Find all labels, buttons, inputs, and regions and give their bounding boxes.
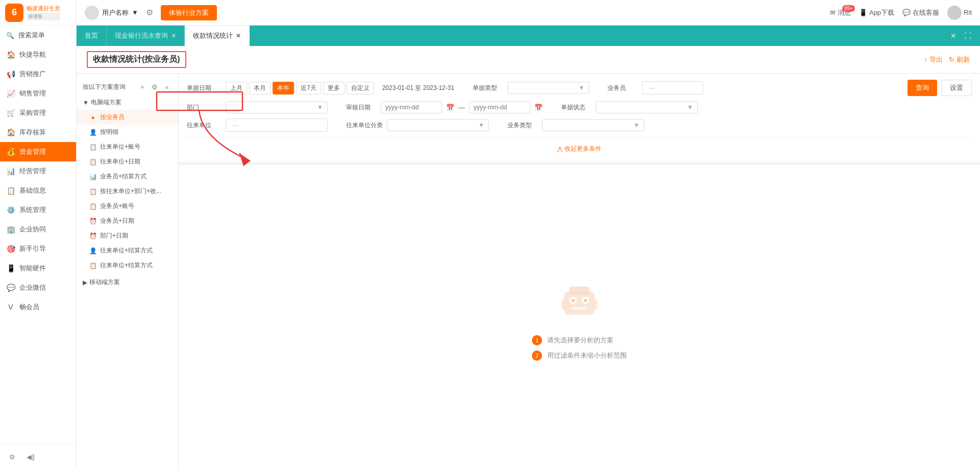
online-service-button[interactable]: 💬 在线客服	[902, 8, 939, 17]
date-btn-7days[interactable]: 近7天	[296, 82, 321, 95]
collapse-sidebar-button[interactable]: ◀∥	[23, 450, 38, 464]
panel-section-desktop-title[interactable]: ▼ 电脑端方案	[77, 95, 178, 110]
sidebar-item-purchase[interactable]: 🛒 采购管理	[0, 103, 76, 123]
panel-item-partner-settlement2[interactable]: 📋 往来单位+结算方式	[77, 258, 178, 273]
panel-item-partner-dept[interactable]: 📋 按往来单位+部门+收...	[77, 184, 178, 199]
filter-row-3: 往来单位 ··· 往来单位分类 ▼	[187, 119, 972, 132]
salesperson-select[interactable]: ···	[642, 81, 703, 95]
tab-close-all-button[interactable]: ✕	[947, 30, 960, 42]
sidebar-item-label: 智能硬件	[19, 264, 46, 273]
sidebar-item-label: 经营管理	[19, 167, 46, 176]
sidebar-item-system[interactable]: ⚙️ 系统管理	[0, 200, 76, 220]
sidebar-item-sales[interactable]: 📈 销售管理	[0, 84, 76, 103]
guide-icon: 🎯	[6, 244, 15, 253]
sidebar-item-enterprise[interactable]: 🏢 企业协同	[0, 220, 76, 239]
purchase-icon: 🛒	[6, 108, 15, 118]
item-label: 业务员+日期	[100, 217, 134, 225]
tab-bank[interactable]: 现金银行流水查询 ✕	[107, 26, 185, 46]
panel-item-partner-settlement1[interactable]: 👤 往来单位+结算方式	[77, 243, 178, 258]
content-wrapper: 按以下方案查询 + ⚙ « ▼ 电脑端方案 ● 按业务员	[77, 74, 980, 469]
dept-date-icon: ⏰	[89, 232, 97, 240]
sidebar-item-finance[interactable]: 💰 资金管理	[0, 142, 76, 161]
user-avatar	[85, 6, 99, 20]
partner-settlement1-icon: 👤	[89, 247, 97, 255]
sidebar-item-label: 营销推广	[19, 69, 46, 79]
item-label: 业务员+账号	[100, 202, 134, 210]
date-btn-custom[interactable]: 自定义	[347, 82, 374, 95]
panel-item-salesperson-date[interactable]: ⏰ 业务员+日期	[77, 214, 178, 228]
panel-item-partner-date[interactable]: 📋 往来单位+日期	[77, 154, 178, 169]
topbar-right: ✉ 消息 99+ 📱 App下载 💬 在线客服 Rit	[830, 6, 972, 20]
trial-button[interactable]: 体验行业方案	[161, 5, 217, 20]
tab-collection[interactable]: 收款情况统计 ✕	[185, 26, 250, 46]
sidebar-item-member[interactable]: V 畅会员	[0, 297, 76, 317]
empty-state-icon	[554, 274, 605, 325]
svg-rect-1	[569, 287, 590, 294]
panel-item-partner-account[interactable]: 📋 往来单位+账号	[77, 139, 178, 154]
panel-item-dept-date[interactable]: ⏰ 部门+日期	[77, 228, 178, 243]
panel-add-icon[interactable]: +	[137, 82, 148, 92]
dept-select[interactable]: ▼	[226, 101, 328, 113]
salesperson-dots-icon: ···	[649, 84, 655, 92]
right-panel: 单据日期 上月 本月 本年 近7天 更多 自定义 2023-01-01 至 20…	[179, 74, 980, 469]
sidebar-item-hardware[interactable]: 📱 智能硬件	[0, 259, 76, 278]
partner-select[interactable]: ···	[226, 119, 328, 132]
export-button[interactable]: ↑ 导出	[924, 55, 943, 64]
refresh-button[interactable]: ↻ 刷新	[949, 55, 970, 64]
calendar-end-icon[interactable]: 📅	[534, 104, 543, 111]
biz-type-select[interactable]: ▼	[542, 119, 644, 131]
partner-category-select[interactable]: ▼	[387, 119, 489, 131]
section-label: 电脑端方案	[91, 98, 121, 107]
sidebar-item-marketing[interactable]: 📢 营销推广	[0, 64, 76, 84]
tab-home[interactable]: 首页	[77, 26, 107, 46]
doc-type-select[interactable]: ▼	[507, 82, 589, 94]
sidebar-item-wechat[interactable]: 💬 企业微信	[0, 278, 76, 297]
gear-icon[interactable]: ⚙	[142, 6, 157, 20]
sidebar-item-label: 采购管理	[19, 108, 46, 118]
sidebar-item-quicknav[interactable]: 🏠 快捷导航	[0, 45, 76, 64]
dept-chevron-icon: ▼	[317, 104, 323, 111]
search-menu[interactable]: 🔍 搜索菜单	[0, 26, 76, 45]
panel-item-by-salesperson[interactable]: ● 按业务员	[77, 110, 178, 125]
refresh-icon: ↻	[949, 56, 954, 63]
calendar-start-icon[interactable]: 📅	[446, 104, 454, 111]
user-display[interactable]: Rit	[947, 6, 972, 20]
doc-status-select[interactable]: ▼	[596, 101, 698, 113]
empty-step-1: 1 请先选择要分析的方案	[532, 335, 627, 345]
date-btn-last-month[interactable]: 上月	[226, 82, 247, 95]
message-button[interactable]: ✉ 消息 99+	[830, 8, 851, 17]
panel-collapse-icon[interactable]: «	[162, 82, 172, 92]
collapse-filters-button[interactable]: ⋀ 收起更多条件	[554, 142, 604, 156]
review-date-end-input[interactable]	[469, 101, 530, 113]
panel-item-by-detail[interactable]: 👤 按明细	[77, 125, 178, 139]
panel-item-salesperson-settlement[interactable]: 📊 业务员+结算方式	[77, 169, 178, 184]
sidebar-item-base[interactable]: 📋 基础信息	[0, 181, 76, 200]
review-date-start-input[interactable]	[381, 101, 442, 113]
empty-step-2: 2 用过滤条件来缩小分析范围	[532, 350, 627, 361]
partner-account-icon: 📋	[89, 143, 97, 151]
user-info[interactable]: 用户名称 ▼	[85, 6, 138, 20]
enterprise-icon: 🏢	[6, 225, 15, 234]
tab-collection-close-icon[interactable]: ✕	[236, 32, 241, 39]
date-btn-this-month[interactable]: 本月	[249, 82, 271, 95]
filter-actions: 查询 设置	[908, 80, 972, 96]
panel-settings-icon[interactable]: ⚙	[150, 82, 160, 92]
app-download-button[interactable]: 📱 App下载	[859, 8, 894, 17]
sidebar-item-inventory[interactable]: 🏠 库存核算	[0, 123, 76, 142]
query-button[interactable]: 查询	[908, 80, 937, 96]
setting-button[interactable]: 设置	[941, 80, 972, 96]
date-btn-this-year[interactable]: 本年	[273, 82, 294, 95]
panel-header-icons: + ⚙ «	[137, 82, 172, 92]
sidebar-item-guide[interactable]: 🎯 新手引导	[0, 239, 76, 259]
sidebar-item-label: 企业协同	[19, 225, 46, 234]
member-icon: V	[6, 302, 15, 312]
date-btn-more[interactable]: 更多	[323, 82, 345, 95]
panel-item-salesperson-account[interactable]: 📋 业务员+账号	[77, 199, 178, 214]
tab-maximize-button[interactable]: ⛶	[962, 30, 974, 42]
sidebar-item-business[interactable]: 📊 经营管理	[0, 161, 76, 181]
sidebar-nav: 📢 营销推广 📈 销售管理 🛒 采购管理 🏠 库存核算 💰 资金管理 📊 经营管…	[0, 64, 76, 444]
settings-bottom-button[interactable]: ⚙	[5, 450, 19, 464]
tab-bank-close-icon[interactable]: ✕	[171, 32, 176, 39]
panel-section-mobile-title[interactable]: ▶ 移动端方案	[77, 275, 178, 290]
empty-steps: 1 请先选择要分析的方案 2 用过滤条件来缩小分析范围	[532, 335, 627, 361]
